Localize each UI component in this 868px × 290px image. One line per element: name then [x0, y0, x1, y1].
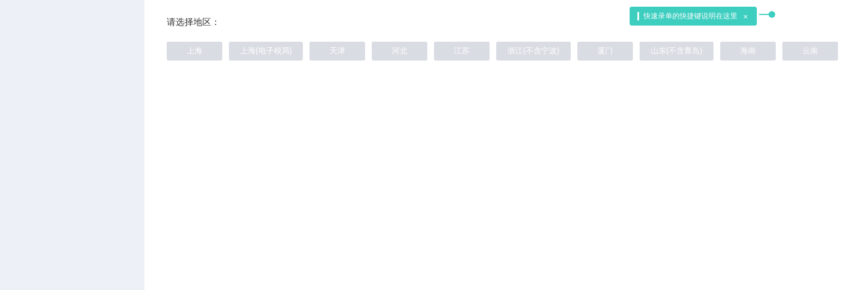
tooltip-text: 快速录单的快捷键说明在这里: [643, 11, 737, 21]
tooltip-banner: 快速录单的快捷键说明在这里 ×: [630, 7, 757, 26]
region-button-jiangsu[interactable]: 江苏: [434, 42, 490, 61]
region-buttons: 上海上海(电子税局)天津河北江苏浙江(不含宁波)厦门山东(不含青岛)海南云南: [167, 42, 846, 61]
tooltip-bar-icon: [637, 12, 639, 21]
tooltip-dot: [769, 11, 775, 18]
main-content: 请选择地区： 上海上海(电子税局)天津河北江苏浙江(不含宁波)厦门山东(不含青岛…: [144, 0, 868, 290]
region-button-shandong[interactable]: 山东(不含青岛): [640, 42, 714, 61]
region-button-xiamen[interactable]: 厦门: [577, 42, 633, 61]
region-button-tianjin[interactable]: 天津: [310, 42, 365, 61]
region-button-zhejiang[interactable]: 浙江(不含宁波): [496, 42, 570, 61]
sidebar: [0, 0, 144, 290]
region-button-hebei[interactable]: 河北: [372, 42, 427, 61]
tooltip-close-button[interactable]: ×: [742, 12, 749, 21]
region-button-yunnan[interactable]: 云南: [782, 42, 838, 61]
region-button-shanghai-etax[interactable]: 上海(电子税局): [229, 42, 303, 61]
region-button-hainan[interactable]: 海南: [720, 42, 776, 61]
region-button-shanghai[interactable]: 上海: [167, 42, 222, 61]
